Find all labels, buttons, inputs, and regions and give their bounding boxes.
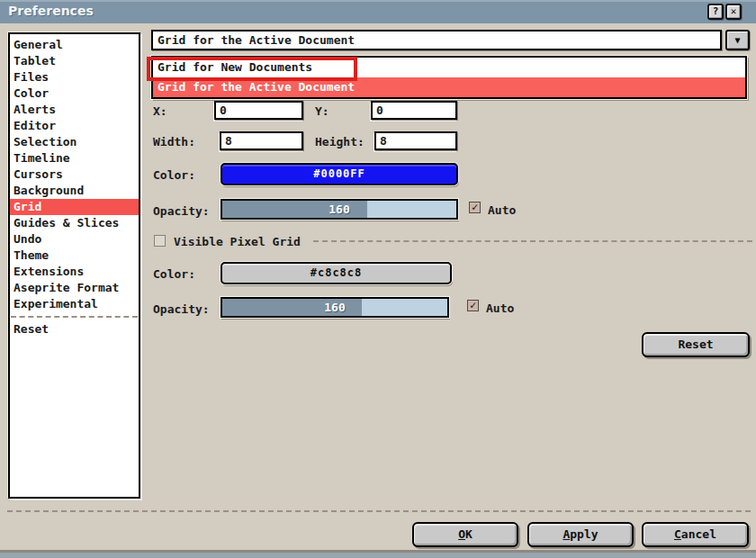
x-input[interactable]: 0: [214, 101, 303, 120]
visible-pixel-grid-label: Visible Pixel Grid: [174, 234, 301, 250]
sidebar-item-color[interactable]: Color: [10, 86, 139, 102]
window-title: Preferences: [8, 4, 94, 18]
grid-opacity-slider[interactable]: 160: [220, 199, 458, 220]
width-label: Width:: [153, 134, 195, 150]
footer-divider: [7, 510, 751, 512]
sidebar-item-files[interactable]: Files: [10, 69, 139, 86]
grid-opacity-label: Opacity:: [153, 203, 210, 220]
sidebar-item-general[interactable]: General: [10, 37, 139, 53]
check-icon: ✓: [472, 201, 478, 213]
sidebar-item-grid[interactable]: Grid: [10, 199, 139, 215]
grid-scope-dropdown-list: Grid for New Documents Grid for the Acti…: [151, 56, 747, 99]
help-icon: ?: [713, 5, 719, 17]
close-icon: ✕: [731, 5, 737, 17]
pixel-grid-opacity-value: 160: [222, 299, 447, 316]
titlebar: Preferences ? ✕: [0, 0, 756, 23]
sidebar-item-theme[interactable]: Theme: [10, 248, 139, 264]
pixel-grid-opacity-label: Opacity:: [153, 302, 210, 318]
pixel-grid-color-label: Color:: [153, 266, 195, 283]
grid-color-label: Color:: [153, 167, 195, 184]
width-input[interactable]: 8: [220, 131, 303, 150]
sidebar-item-reset[interactable]: Reset: [10, 321, 139, 338]
help-button[interactable]: ?: [707, 4, 724, 20]
dropdown-option-new-documents[interactable]: Grid for New Documents: [153, 58, 745, 77]
visible-pixel-grid-checkbox[interactable]: [154, 235, 166, 247]
check-icon: ✓: [470, 299, 476, 311]
pixel-grid-opacity-auto-checkbox[interactable]: ✓: [467, 300, 479, 311]
pixel-grid-opacity-auto-label: Auto: [486, 301, 514, 317]
sidebar-item-tablet[interactable]: Tablet: [10, 53, 139, 69]
chevron-down-icon: ▼: [734, 35, 740, 45]
sidebar-item-guides-slices[interactable]: Guides & Slices: [10, 215, 139, 231]
sidebar-item-undo[interactable]: Undo: [10, 231, 139, 248]
grid-color-button[interactable]: #0000FF: [220, 163, 458, 185]
pixel-grid-color-button[interactable]: #c8c8c8: [220, 262, 452, 284]
ok-button[interactable]: OK: [412, 522, 518, 547]
reset-button[interactable]: Reset: [642, 332, 750, 357]
grid-opacity-auto-checkbox[interactable]: ✓: [469, 202, 481, 213]
grid-opacity-auto-label: Auto: [488, 202, 516, 219]
sidebar-item-cursors[interactable]: Cursors: [10, 166, 139, 183]
sidebar-item-alerts[interactable]: Alerts: [10, 102, 139, 118]
combobox-dropdown-button[interactable]: ▼: [725, 30, 750, 50]
cancel-button[interactable]: Cancel: [642, 522, 749, 547]
sidebar-item-extensions[interactable]: Extensions: [10, 264, 139, 280]
grid-opacity-value: 160: [222, 201, 456, 218]
sidebar-item-editor[interactable]: Editor: [10, 118, 139, 134]
preferences-dialog: Preferences ? ✕ General Tablet Files Col…: [0, 0, 756, 558]
section-divider: [313, 240, 752, 242]
sidebar-separator: [11, 312, 138, 318]
x-label: X:: [153, 104, 167, 120]
grid-scope-combobox[interactable]: Grid for the Active Document: [151, 30, 722, 50]
pixel-grid-opacity-slider[interactable]: 160: [220, 297, 449, 318]
height-input[interactable]: 8: [374, 131, 457, 150]
sidebar-item-aseprite-format[interactable]: Aseprite Format: [10, 280, 139, 296]
dropdown-option-active-document[interactable]: Grid for the Active Document: [153, 77, 745, 97]
close-button[interactable]: ✕: [725, 4, 742, 20]
window-frame-bottom: [0, 553, 756, 558]
sidebar-item-background[interactable]: Background: [10, 183, 139, 199]
sidebar-item-timeline[interactable]: Timeline: [10, 150, 139, 166]
sidebar-section-list: General Tablet Files Color Alerts Editor…: [8, 32, 140, 499]
sidebar-item-experimental[interactable]: Experimental: [10, 296, 139, 312]
y-input[interactable]: 0: [371, 101, 457, 120]
y-label: Y:: [315, 104, 329, 120]
apply-button[interactable]: Apply: [527, 522, 634, 547]
sidebar-item-selection[interactable]: Selection: [10, 134, 139, 150]
height-label: Height:: [315, 134, 364, 150]
